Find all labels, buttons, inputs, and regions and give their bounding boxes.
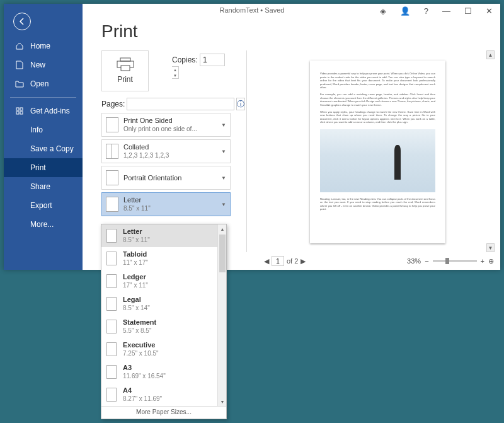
zoom-slider[interactable] — [433, 260, 477, 262]
copies-control: Copies: ▲▼ — [172, 54, 231, 79]
nav-new-label: New — [30, 61, 45, 69]
page-icon — [106, 229, 117, 243]
prev-page-button[interactable]: ◀ — [264, 257, 269, 265]
info-icon[interactable]: ⓘ — [236, 98, 245, 110]
portrait-icon — [106, 170, 118, 185]
scroll-down-button[interactable]: ▼ — [486, 243, 495, 252]
nav-export[interactable]: Export — [4, 196, 83, 215]
sided-icon — [106, 117, 118, 132]
nav-info[interactable]: Info — [4, 120, 83, 139]
nav-open[interactable]: Open — [4, 74, 83, 93]
nav-share[interactable]: Share — [4, 177, 83, 196]
pages-row: Pages: ⓘ — [101, 98, 231, 110]
nav-more[interactable]: More... — [4, 215, 83, 234]
feedback-icon[interactable]: 👤 — [396, 5, 414, 17]
copies-input[interactable] — [200, 54, 225, 66]
minimize-button[interactable]: — — [438, 5, 454, 17]
paper-size-option[interactable]: Tabloid11" x 17" — [101, 247, 226, 270]
copies-spinner[interactable]: ▲▼ — [172, 66, 179, 79]
print-settings: Print Copies: ▲▼ Pages: ⓘ Print One Side… — [101, 50, 231, 216]
titlebar-controls: ◈ 👤 ? — ☐ ✕ — [376, 5, 496, 17]
nav-addins-label: Get Add-ins — [30, 107, 70, 115]
page-total: of 2 — [287, 257, 298, 265]
page-icon — [106, 252, 117, 265]
more-paper-sizes[interactable]: More Paper Sizes... — [101, 406, 226, 419]
app-window: RandomText • Saved ◈ 👤 ? — ☐ ✕ Home New … — [4, 4, 500, 270]
page-number-input[interactable] — [272, 256, 284, 266]
pages-input[interactable] — [127, 98, 234, 110]
print-button-label: Print — [117, 75, 133, 84]
chevron-down-icon: ▼ — [221, 175, 226, 181]
zoom-out-button[interactable]: − — [425, 257, 428, 265]
option-collated[interactable]: Collated1,2,3 1,2,3 1,2,3 ▼ — [101, 139, 231, 163]
scroll-up-icon[interactable]: ▲ — [218, 224, 227, 233]
page-title: Print — [83, 19, 500, 48]
next-page-button[interactable]: ▶ — [301, 257, 306, 265]
folder-icon — [15, 79, 24, 88]
page-icon — [106, 388, 117, 402]
backstage-sidebar: Home New Open Get Add-ins Info Save a Co… — [4, 4, 83, 270]
home-icon — [15, 42, 24, 50]
svg-rect-4 — [120, 58, 130, 61]
paper-size-option[interactable]: A48.27" x 11.69" — [101, 383, 226, 406]
scrollbar-thumb[interactable] — [219, 235, 226, 272]
page-icon — [106, 320, 117, 333]
preview-image — [320, 129, 435, 192]
svg-rect-2 — [16, 112, 19, 114]
chevron-down-icon: ▼ — [221, 149, 226, 154]
scroll-down-icon[interactable]: ▼ — [218, 397, 227, 406]
paper-size-option[interactable]: Legal8.5" x 14" — [101, 293, 226, 315]
zoom-in-button[interactable]: + — [481, 257, 484, 265]
nav-home-label: Home — [30, 42, 50, 50]
nav-home[interactable]: Home — [4, 37, 83, 55]
page-icon — [106, 297, 117, 311]
nav-addins[interactable]: Get Add-ins — [4, 101, 83, 120]
nav-new[interactable]: New — [4, 55, 83, 74]
svg-rect-1 — [20, 108, 23, 110]
nav-print[interactable]: Print — [4, 158, 83, 177]
copies-label: Copies: — [172, 55, 198, 64]
preview-nav: ◀ of 2 ▶ 33% − + ⊕ — [246, 255, 494, 267]
svg-rect-0 — [16, 108, 19, 110]
svg-rect-6 — [121, 66, 130, 71]
paper-size-dropdown: Letter8.5" x 11"Tabloid11" x 17"Ledger17… — [101, 224, 227, 419]
print-preview: ▲ ▼ Video provides a powerful way to hel… — [246, 50, 494, 252]
document-icon — [15, 61, 24, 69]
nav-save[interactable]: Save a Copy — [4, 139, 83, 158]
collated-icon — [106, 144, 118, 159]
paper-size-option[interactable]: A311.69" x 16.54" — [101, 361, 226, 383]
chevron-down-icon: ▼ — [221, 122, 226, 128]
help-icon[interactable]: ? — [420, 5, 432, 17]
chevron-down-icon: ▼ — [221, 202, 226, 207]
page-icon — [106, 274, 117, 288]
svg-rect-3 — [20, 112, 23, 114]
close-button[interactable]: ✕ — [482, 5, 496, 17]
option-sided[interactable]: Print One SidedOnly print on one side of… — [101, 113, 231, 137]
dropdown-scrollbar[interactable]: ▲ ▼ — [217, 224, 226, 406]
paper-size-option[interactable]: Letter8.5" x 11" — [101, 224, 226, 247]
page-icon — [106, 197, 118, 212]
option-paper-size[interactable]: Letter8.5" x 11" ▼ — [101, 192, 231, 216]
fit-page-button[interactable]: ⊕ — [488, 257, 494, 265]
paper-size-option[interactable]: Ledger17" x 11" — [101, 270, 226, 293]
option-orientation[interactable]: Portrait Orientation ▼ — [101, 166, 231, 190]
separator — [10, 97, 76, 98]
scroll-up-button[interactable]: ▲ — [486, 50, 495, 59]
page-icon — [106, 365, 117, 379]
maximize-button[interactable]: ☐ — [461, 5, 476, 17]
print-button[interactable]: Print — [101, 50, 149, 91]
pages-label: Pages: — [101, 100, 125, 108]
addins-icon — [15, 107, 24, 115]
page-icon — [106, 342, 117, 356]
premium-icon[interactable]: ◈ — [376, 5, 390, 17]
printer-icon — [115, 57, 135, 71]
preview-page: Video provides a powerful way to help yo… — [310, 61, 445, 243]
zoom-level: 33% — [407, 257, 421, 265]
back-button[interactable] — [13, 13, 31, 30]
paper-size-option[interactable]: Executive7.25" x 10.5" — [101, 338, 226, 361]
paper-size-option[interactable]: Statement5.5" x 8.5" — [101, 315, 226, 338]
nav-open-label: Open — [30, 79, 49, 88]
